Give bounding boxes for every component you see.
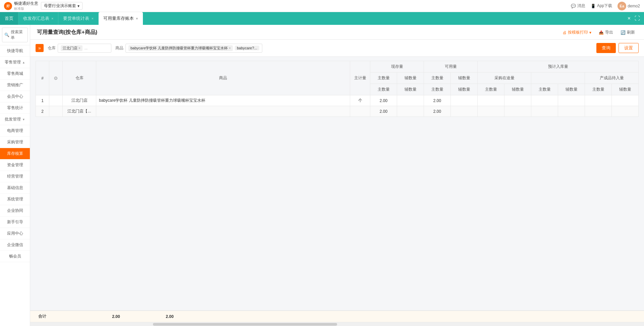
- wholesale-mgmt-label: 批发管理: [5, 117, 21, 122]
- refresh-btn[interactable]: 🔄 刷新: [618, 28, 637, 37]
- template-print-btn[interactable]: 🖨 按模板打印 ▾: [560, 28, 594, 37]
- finance-label: 资金管理: [7, 162, 23, 167]
- tab-income-summary[interactable]: 收发存汇总表 ×: [18, 12, 58, 25]
- export-label: 导出: [605, 30, 613, 35]
- th-main-unit: 主计量: [350, 61, 370, 95]
- logo-info: 畅捷通好生意 标准版: [14, 1, 38, 11]
- product-filter: 商品 babycare学饮杯 儿童防摔防撞吸管杯重力球吸嘴杯宝宝水杯 × bab…: [115, 44, 262, 53]
- th-pur-transit-main: 主数量: [478, 84, 504, 95]
- sidebar-item-retail-stats[interactable]: 零售统计: [0, 102, 30, 114]
- sidebar-item-purchase[interactable]: 采购管理: [0, 137, 30, 148]
- tab-inventory-book[interactable]: 可用量库存账本 ×: [99, 12, 143, 25]
- row-1-unit: 个: [350, 95, 370, 106]
- gear-icon[interactable]: ⚙: [54, 76, 58, 81]
- sidebar-item-enterprise-wechat[interactable]: 企业微信: [0, 239, 30, 251]
- logo-sub: 标准版: [14, 6, 38, 11]
- footer-prod-aux: [344, 314, 371, 319]
- horizontal-scrollbar[interactable]: [30, 322, 644, 326]
- sidebar-item-wholesale-mgmt[interactable]: 批发管理: [0, 114, 30, 125]
- footer-goods-aux: [290, 314, 317, 319]
- ecommerce-label: 电商管理: [7, 128, 23, 133]
- sidebar-item-retail-mgmt[interactable]: 零售管理: [0, 57, 30, 68]
- footer-avail-aux: [183, 314, 210, 319]
- logo-area: 好 畅捷通好生意 标准版: [4, 1, 38, 11]
- search-icon: 🔍: [4, 33, 9, 37]
- tab-inventory-book-close[interactable]: ×: [136, 16, 138, 20]
- quick-nav-label: 快捷导航: [7, 48, 23, 53]
- setting-btn[interactable]: 设置: [619, 43, 639, 53]
- app-download-btn[interactable]: 📱 App下载: [591, 3, 612, 9]
- fullscreen-btn[interactable]: ⛶: [633, 15, 641, 22]
- sidebar-item-member-center[interactable]: 会员中心: [0, 91, 30, 102]
- th-warehouse: 仓库: [63, 61, 96, 95]
- th-avail-main: 主数量: [424, 73, 451, 84]
- tab-inventory-book-label: 可用量库存账本: [103, 15, 134, 21]
- row-1-prod-main: [585, 95, 612, 106]
- message-btn[interactable]: 💬 消息: [571, 3, 585, 9]
- sidebar-item-finance[interactable]: 资金管理: [0, 159, 30, 171]
- sidebar-item-app-center[interactable]: 应用中心: [0, 228, 30, 239]
- th-planned-in-group: 预计入库量: [478, 61, 639, 73]
- template-print-label: 按模板打印: [568, 30, 588, 35]
- th-goods-transit-aux: 辅数量: [558, 84, 585, 95]
- sidebar-item-vip-member[interactable]: 畅会员: [0, 251, 30, 262]
- th-product: 商品: [96, 61, 350, 95]
- warehouse-tag-close[interactable]: ×: [78, 46, 80, 50]
- refresh-icon: 🔄: [621, 30, 626, 35]
- row-2-stock-main: 2.00: [370, 106, 397, 117]
- expand-filter-btn[interactable]: »: [36, 44, 44, 52]
- sidebar-item-basic-info[interactable]: 基础信息: [0, 182, 30, 194]
- th-settings[interactable]: ⚙: [49, 61, 63, 95]
- user-name: demo2: [628, 4, 640, 8]
- sidebar-item-quick-nav[interactable]: 快捷导航: [0, 45, 30, 57]
- enterprise-collab-label: 企业协同: [7, 208, 23, 213]
- sidebar-item-retail-mall[interactable]: 零售商城: [0, 68, 30, 80]
- th-prod-pending-main: 主数量: [585, 84, 612, 95]
- sidebar-item-inventory-check[interactable]: 库存核算: [0, 148, 30, 159]
- product-input[interactable]: babycare学饮杯 儿童防摔防撞吸管杯重力球吸嘴杯宝宝水杯 × babyca…: [125, 44, 262, 53]
- row-2-pur-aux: [504, 106, 531, 117]
- product-tag-close-0[interactable]: ×: [229, 46, 231, 50]
- tab-home-label: 首页: [5, 15, 13, 21]
- retail-mall-label: 零售商城: [7, 71, 23, 76]
- product-tag-1: babycare?...: [235, 46, 259, 50]
- row-1-settings: [49, 95, 63, 106]
- sidebar-item-operations[interactable]: 经营管理: [0, 171, 30, 182]
- nav-tabs-right: × ⛶: [626, 12, 644, 25]
- footer-prod-main: [317, 314, 344, 319]
- purchase-label: 采购管理: [7, 140, 23, 144]
- enterprise-wechat-label: 企业微信: [7, 242, 23, 247]
- product-tag-0: babycare学饮杯 儿童防摔防撞吸管杯重力球吸嘴杯宝宝水杯 ×: [128, 45, 233, 51]
- tab-home[interactable]: 首页: [0, 12, 18, 25]
- row-1-warehouse: 江北门店: [63, 95, 96, 106]
- th-purchase-transit-group: 采购在途量: [478, 73, 531, 84]
- sidebar-item-new-guide[interactable]: 新手引导: [0, 217, 30, 228]
- logo-icon: 好: [4, 2, 12, 10]
- th-current-stock-group: 现存量: [370, 61, 424, 73]
- sidebar-item-marketing[interactable]: 营销推广: [0, 80, 30, 91]
- tab-order-summary[interactable]: 要货单统计表 ×: [58, 12, 98, 25]
- basic-info-label: 基础信息: [7, 185, 23, 190]
- tenant-name: 母婴行业演示账套: [44, 3, 76, 9]
- sidebar-item-system-mgmt[interactable]: 系统管理: [0, 194, 30, 205]
- row-1-pur-aux: [504, 95, 531, 106]
- tab-income-summary-label: 收发存汇总表: [23, 15, 49, 21]
- query-btn[interactable]: 查询: [596, 43, 616, 53]
- footer-label: 合计: [36, 314, 103, 319]
- close-all-btn[interactable]: ×: [626, 15, 632, 22]
- sidebar-item-enterprise-collab[interactable]: 企业协同: [0, 205, 30, 217]
- tab-income-summary-close[interactable]: ×: [51, 16, 53, 20]
- tab-order-summary-close[interactable]: ×: [91, 16, 93, 20]
- print-dropdown-icon: ▾: [589, 30, 591, 35]
- warehouse-more-btn[interactable]: ...: [85, 46, 88, 50]
- search-menu-btn[interactable]: 🔍 搜索菜单: [2, 28, 28, 42]
- tenant-selector[interactable]: 母婴行业演示账套 ▾: [41, 2, 83, 10]
- warehouse-input[interactable]: 江北门店 × ...: [58, 44, 111, 53]
- scrollbar-thumb[interactable]: [153, 323, 337, 326]
- user-menu[interactable]: Ea demo2: [618, 2, 640, 10]
- export-btn[interactable]: 📤 导出: [596, 28, 615, 37]
- row-2-prod-aux: [612, 106, 639, 117]
- filter-actions: 查询 设置: [596, 43, 639, 53]
- th-available-group: 可用量: [424, 61, 478, 73]
- sidebar-item-ecommerce[interactable]: 电商管理: [0, 125, 30, 137]
